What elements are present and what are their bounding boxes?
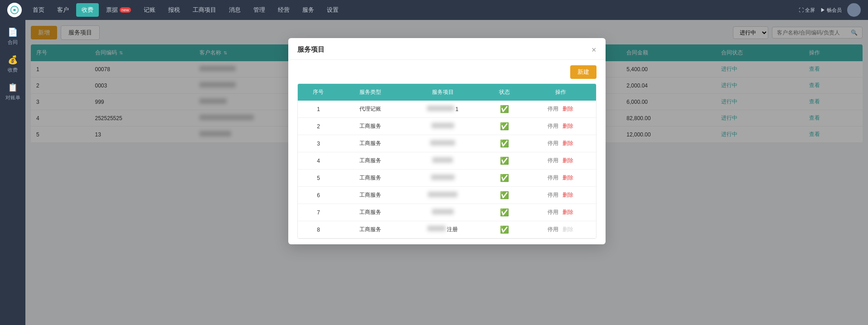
status-check-icon: ✅ [500,174,509,182]
modal-title: 服务项目 [297,45,325,54]
modal-table-row: 8 工商服务 注册 ✅ 停用 删除 [298,221,596,238]
reconcile-icon: 📋 [8,82,18,92]
modal-cell-seq: 1 [298,101,339,118]
modal-cell-item [402,152,483,170]
modal-cell-seq: 7 [298,204,339,221]
delete-button[interactable]: 删除 [563,157,573,164]
nav-settings[interactable]: 设置 [321,3,344,17]
modal-cell-type: 工商服务 [339,187,402,204]
modal-overlay: 服务项目 × 新建 序号 服务类型 服务项目 [25,20,868,325]
modal-cell-type: 工商服务 [339,170,402,187]
modal-table-row: 5 工商服务 ✅ 停用 删除 [298,170,596,187]
sidebar-item-charge[interactable]: 💰 收费 [2,51,24,77]
nav-invoice[interactable]: 票据 new [101,3,136,17]
modal-cell-status: ✅ [484,118,525,135]
delete-button[interactable]: 删除 [563,123,573,129]
nav-customer[interactable]: 客户 [52,3,74,17]
modal-cell-type: 工商服务 [339,118,402,135]
delete-button[interactable]: 删除 [563,140,573,146]
modal-cell-action: 停用 删除 [525,204,596,221]
modal-col-seq: 序号 [298,84,339,101]
modal-cell-seq: 6 [298,187,339,204]
stop-button[interactable]: 停用 [548,226,558,233]
nav-charge[interactable]: 收费 [76,3,99,17]
status-check-icon: ✅ [500,105,509,113]
stop-button[interactable]: 停用 [548,106,558,112]
modal-header: 服务项目 × [288,38,606,60]
delete-button[interactable]: 删除 [563,209,573,215]
modal-cell-status: ✅ [484,152,525,170]
modal-col-status: 状态 [484,84,525,101]
stop-button[interactable]: 停用 [548,192,558,198]
nav-bookkeeping[interactable]: 记账 [138,3,161,17]
modal-cell-item [402,118,483,135]
modal-cell-type: 工商服务 [339,135,402,152]
status-check-icon: ✅ [500,140,509,147]
sidebar: 📄 合同 💰 收费 📋 对账单 [0,20,25,325]
nav-manage[interactable]: 管理 [248,3,271,17]
delete-button-disabled: 删除 [563,226,573,233]
modal-cell-status: ✅ [484,204,525,221]
nav-home[interactable]: 首页 [27,3,50,17]
sidebar-item-contract[interactable]: 📄 合同 [2,24,24,49]
modal-cell-action: 停用 删除 [525,221,596,238]
modal-header-row: 序号 服务类型 服务项目 状态 操作 [298,84,596,101]
modal-table-row: 7 工商服务 ✅ 停用 删除 [298,204,596,221]
modal-table-row: 1 代理记账 1 ✅ 停用 删除 [298,101,596,118]
nav-commerce[interactable]: 工商项目 [187,3,222,17]
modal-cell-status: ✅ [484,170,525,187]
nav-service[interactable]: 服务 [297,3,320,17]
stop-button[interactable]: 停用 [548,140,558,146]
nav-right: ⛶ 全屏 ▶ 畅会员 [799,3,861,17]
status-check-icon: ✅ [500,226,509,233]
stop-button[interactable]: 停用 [548,209,558,215]
modal-cell-status: ✅ [484,135,525,152]
main-content: 新增 服务项目 进行中 全部 已结束 🔍 序号 合 [25,20,868,325]
modal-cell-type: 工商服务 [339,221,402,238]
nav-tax[interactable]: 报税 [163,3,185,17]
sidebar-item-reconcile[interactable]: 📋 对账单 [2,79,24,105]
top-navigation: 首页 客户 收费 票据 new 记账 报税 工商项目 消息 管理 经营 服务 设… [0,0,868,20]
modal-cell-item [402,135,483,152]
modal-col-item: 服务项目 [402,84,483,101]
modal-col-type: 服务类型 [339,84,402,101]
modal-cell-item [402,204,483,221]
modal-cell-seq: 5 [298,170,339,187]
modal-cell-action: 停用 删除 [525,118,596,135]
modal-cell-action: 停用 删除 [525,135,596,152]
sidebar-item-charge-label: 收费 [8,67,18,73]
stop-button[interactable]: 停用 [548,175,558,181]
sidebar-item-reconcile-label: 对账单 [5,94,20,101]
delete-button[interactable]: 删除 [563,106,573,112]
modal-table-wrap[interactable]: 序号 服务类型 服务项目 状态 操作 1 代理记账 [297,83,596,239]
status-check-icon: ✅ [500,209,509,216]
sidebar-item-contract-label: 合同 [8,39,18,46]
vip-button[interactable]: ▶ 畅会员 [820,7,842,14]
stop-button[interactable]: 停用 [548,123,558,129]
modal-cell-status: ✅ [484,101,525,118]
app-logo [7,3,22,17]
modal-table-row: 3 工商服务 ✅ 停用 删除 [298,135,596,152]
nav-message[interactable]: 消息 [223,3,246,17]
modal-cell-item [402,170,483,187]
modal-cell-type: 代理记账 [339,101,402,118]
modal-new-button[interactable]: 新建 [570,65,596,79]
stop-button[interactable]: 停用 [548,157,558,164]
modal-body: 新建 序号 服务类型 服务项目 状态 操作 [288,60,606,244]
charge-icon: 💰 [8,55,18,65]
modal-cell-action: 停用 删除 [525,187,596,204]
modal-cell-status: ✅ [484,187,525,204]
fullscreen-button[interactable]: ⛶ 全屏 [799,7,815,14]
modal-cell-seq: 4 [298,152,339,170]
user-avatar[interactable] [847,3,861,17]
nav-business[interactable]: 经营 [272,3,295,17]
delete-button[interactable]: 删除 [563,175,573,181]
main-layout: 📄 合同 💰 收费 📋 对账单 新增 服务项目 进行中 全部 已结束 [0,20,868,325]
modal-toolbar: 新建 [297,65,596,79]
modal-cell-action: 停用 删除 [525,152,596,170]
modal-cell-seq: 8 [298,221,339,238]
contract-icon: 📄 [8,27,18,37]
modal-close-button[interactable]: × [592,46,596,54]
delete-button[interactable]: 删除 [563,192,573,198]
modal-cell-action: 停用 删除 [525,170,596,187]
